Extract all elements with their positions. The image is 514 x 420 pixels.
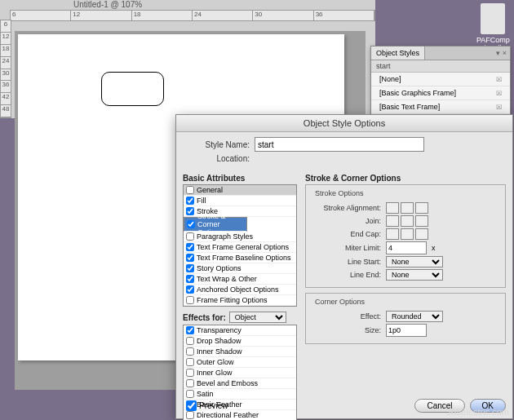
- basic-attribute-item[interactable]: Story Options: [184, 263, 296, 274]
- effect-item[interactable]: Drop Shadow: [184, 336, 296, 347]
- miter-label: Miter Limit:: [311, 244, 381, 252]
- document-window: Untitled-1 @ 107% 61218243036 6121824303…: [0, 0, 375, 118]
- line-start-select[interactable]: None: [386, 256, 443, 267]
- preview-checkbox[interactable]: [186, 400, 197, 411]
- join-1[interactable]: [386, 215, 399, 227]
- dialog-title: Object Style Options: [176, 115, 512, 132]
- ruler-vertical: 612182430364248: [0, 20, 11, 118]
- endcap-2[interactable]: [401, 228, 414, 240]
- effect-item[interactable]: Outer Glow: [184, 357, 296, 368]
- object-style-item[interactable]: [None]☒: [371, 73, 510, 86]
- panel-subtitle: start: [371, 60, 510, 73]
- stroke-align-2[interactable]: [401, 202, 414, 214]
- effect-item[interactable]: Inner Glow: [184, 368, 296, 378]
- watermark: 365electric.com: [446, 407, 509, 417]
- stroke-corner-heading: Stroke & Corner Options: [305, 174, 506, 183]
- stroke-options-legend: Stroke Options: [312, 189, 366, 197]
- stroke-options-group: Stroke Options Stroke Alignment: Join: E…: [305, 184, 506, 288]
- stroke-align-1[interactable]: [386, 202, 399, 214]
- stroke-align-3[interactable]: [415, 202, 428, 214]
- basic-attribute-item[interactable]: General: [184, 185, 296, 196]
- effects-for-select[interactable]: Object: [229, 312, 286, 323]
- ruler-horizontal: 61218243036: [10, 10, 375, 21]
- effect-item[interactable]: Bevel and Emboss: [184, 378, 296, 389]
- location-label: Location:: [184, 154, 250, 163]
- endcap-label: End Cap:: [311, 230, 381, 238]
- panel-menu-icon[interactable]: ▾ ×: [493, 49, 510, 57]
- file-icon: [481, 3, 505, 34]
- basic-attribute-item[interactable]: Paragraph Styles: [184, 232, 296, 242]
- rounded-rectangle-object[interactable]: [101, 72, 164, 106]
- basic-attribute-item[interactable]: Anchored Object Options: [184, 285, 296, 295]
- basic-attribute-item[interactable]: Text Frame General Options: [184, 242, 296, 253]
- object-style-item[interactable]: [Basic Text Frame]☒: [371, 100, 510, 114]
- basic-attribute-item[interactable]: Frame Fitting Options: [184, 295, 296, 306]
- basic-attribute-item[interactable]: Text Frame Baseline Options: [184, 253, 296, 263]
- effect-item[interactable]: Inner Shadow: [184, 347, 296, 357]
- corner-size-label: Size:: [311, 326, 381, 334]
- basic-attribute-item[interactable]: Stroke & Corner Options: [184, 217, 247, 232]
- corner-size-input[interactable]: [386, 324, 427, 337]
- style-name-label: Style Name:: [184, 140, 250, 149]
- basic-attribute-item[interactable]: Text Wrap & Other: [184, 274, 296, 285]
- object-style-options-dialog: Object Style Options Style Name: Locatio…: [175, 114, 513, 419]
- join-2[interactable]: [401, 215, 414, 227]
- style-name-input[interactable]: [255, 137, 424, 152]
- join-3[interactable]: [415, 215, 428, 227]
- corner-options-legend: Corner Options: [312, 298, 367, 306]
- endcap-3[interactable]: [415, 228, 428, 240]
- corner-options-group: Corner Options Effect: Rounded Size:: [305, 293, 506, 344]
- basic-attributes-list[interactable]: GeneralFillStrokeStroke & Corner Options…: [183, 184, 297, 307]
- document-title: Untitled-1 @ 107%: [73, 0, 142, 9]
- stroke-alignment-label: Stroke Alignment:: [311, 204, 381, 212]
- corner-effect-select[interactable]: Rounded: [386, 311, 443, 322]
- miter-input[interactable]: [386, 241, 427, 254]
- corner-effect-label: Effect:: [311, 312, 381, 321]
- preview-label: Preview: [199, 401, 228, 410]
- basic-attributes-heading: Basic Attributes: [183, 174, 297, 183]
- effect-item[interactable]: Transparency: [184, 325, 296, 336]
- miter-x: x: [432, 244, 436, 252]
- endcap-1[interactable]: [386, 228, 399, 240]
- object-style-item[interactable]: [Basic Graphics Frame]☒: [371, 86, 510, 100]
- panel-tab-object-styles[interactable]: Object Styles: [371, 46, 425, 60]
- line-start-label: Line Start:: [311, 258, 381, 266]
- line-end-select[interactable]: None: [386, 269, 443, 281]
- line-end-label: Line End:: [311, 271, 381, 279]
- desktop-file[interactable]: PAFComp nion_lla: [476, 3, 509, 52]
- effects-for-label: Effects for:: [183, 313, 226, 322]
- join-label: Join:: [311, 217, 381, 225]
- basic-attribute-item[interactable]: Fill: [184, 196, 296, 206]
